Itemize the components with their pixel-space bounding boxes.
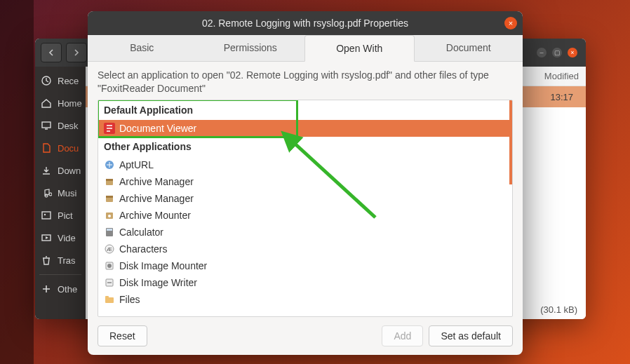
clock-icon <box>41 75 52 86</box>
forward-button[interactable] <box>66 43 87 62</box>
app-item-document-viewer[interactable]: Document Viewer <box>98 120 512 137</box>
dialog-button-bar: Reset Add Set as default <box>88 317 523 355</box>
sidebar-item-label: Down <box>58 166 81 176</box>
sidebar-item-documents[interactable]: Docu <box>35 137 86 159</box>
svg-text:Æ: Æ <box>107 246 112 252</box>
app-item-label: Calculator <box>119 227 163 238</box>
file-modified-time: 13:17 <box>550 92 573 102</box>
svg-point-3 <box>44 214 46 215</box>
doc-icon <box>41 142 52 154</box>
app-icon <box>104 277 115 288</box>
app-list[interactable]: Default Application Document Viewer Othe… <box>98 100 513 317</box>
sidebar-item-label: Tras <box>58 255 76 266</box>
tab-bar: BasicPermissionsOpen WithDocument <box>88 35 523 62</box>
svg-rect-2 <box>42 212 51 219</box>
minimize-button[interactable]: – <box>537 48 547 58</box>
trash-icon <box>41 255 52 266</box>
reset-button[interactable]: Reset <box>98 325 147 346</box>
pic-icon <box>41 210 52 221</box>
svg-point-18 <box>107 264 112 268</box>
app-item-label: Files <box>119 294 140 305</box>
plus-icon <box>41 283 52 295</box>
app-icon <box>104 159 115 170</box>
app-item-label: Disk Image Mounter <box>119 260 207 271</box>
app-icon <box>104 193 115 204</box>
sidebar-item-desktop[interactable]: Desk <box>35 114 86 137</box>
launcher-dock <box>0 0 34 364</box>
status-bar: (30.1 kB) <box>532 300 586 319</box>
tab-open-with[interactable]: Open With <box>304 35 415 62</box>
sidebar-item-music[interactable]: Musi <box>35 182 86 204</box>
app-item-archive-manager[interactable]: Archive Manager <box>98 190 512 207</box>
window-controls: – ▢ × <box>537 48 577 58</box>
app-item-characters[interactable]: ÆCharacters <box>98 241 512 257</box>
close-button[interactable]: × <box>504 17 517 29</box>
sidebar-item-label: Pict <box>58 210 73 221</box>
scrollbar[interactable] <box>509 100 512 184</box>
sidebar-item-trash[interactable]: Tras <box>35 249 86 271</box>
app-icon: Æ <box>104 243 115 255</box>
app-icon <box>104 227 115 238</box>
close-button[interactable]: × <box>568 48 577 58</box>
app-icon <box>104 176 115 187</box>
svg-rect-20 <box>105 297 114 303</box>
app-item-label: Characters <box>119 243 167 255</box>
tab-permissions[interactable]: Permissions <box>196 35 305 61</box>
column-modified[interactable]: Modified <box>537 71 586 81</box>
svg-rect-8 <box>106 179 113 181</box>
sidebar-item-label: Desk <box>58 121 79 131</box>
default-app-heading: Default Application <box>98 100 512 120</box>
app-item-files[interactable]: Files <box>98 291 512 308</box>
app-item-apturl[interactable]: AptURL <box>98 156 512 173</box>
home-icon <box>41 97 52 109</box>
tab-basic[interactable]: Basic <box>88 35 196 61</box>
app-item-label: Document Viewer <box>119 123 196 134</box>
app-item-label: Archive Manager <box>119 193 194 204</box>
app-item-label: Disk Image Writer <box>119 277 197 288</box>
files-sidebar: ReceHomeDeskDocuDownMusiPictVideTrasOthe <box>35 67 86 319</box>
app-item-disk-image-mounter[interactable]: Disk Image Mounter <box>98 257 512 274</box>
dialog-title: 02. Remote Logging with rsyslog.pdf Prop… <box>202 18 408 29</box>
video-icon <box>41 232 52 243</box>
app-item-label: Archive Manager <box>119 176 194 187</box>
dialog-titlebar: 02. Remote Logging with rsyslog.pdf Prop… <box>88 11 523 35</box>
sidebar-item-videos[interactable]: Vide <box>35 227 86 249</box>
app-item-label: AptURL <box>119 159 154 170</box>
sidebar-item-pictures[interactable]: Pict <box>35 204 86 227</box>
properties-dialog: 02. Remote Logging with rsyslog.pdf Prop… <box>88 11 523 355</box>
svg-rect-10 <box>106 196 113 198</box>
app-item-archive-mounter[interactable]: Archive Mounter <box>98 207 512 224</box>
app-item-disk-image-writer[interactable]: Disk Image Writer <box>98 274 512 291</box>
dialog-description: Select an application to open "02. Remot… <box>88 62 523 100</box>
sidebar-item-label: Docu <box>58 143 79 154</box>
add-button[interactable]: Add <box>382 325 423 346</box>
sidebar-item-label: Home <box>58 98 82 109</box>
document-viewer-icon <box>104 123 115 134</box>
maximize-button[interactable]: ▢ <box>552 48 562 58</box>
app-item-calculator[interactable]: Calculator <box>98 224 512 241</box>
svg-rect-1 <box>42 122 51 128</box>
sidebar-item-recent[interactable]: Rece <box>35 69 86 92</box>
svg-rect-14 <box>107 229 112 231</box>
sidebar-item-label: Vide <box>58 233 76 243</box>
svg-point-12 <box>108 215 111 217</box>
set-default-button[interactable]: Set as default <box>429 325 513 346</box>
sidebar-item-label: Musi <box>58 188 76 198</box>
desktop-icon <box>41 120 52 131</box>
app-icon <box>104 260 115 271</box>
down-icon <box>41 165 52 176</box>
sidebar-item-downloads[interactable]: Down <box>35 159 86 182</box>
sidebar-item-label: Rece <box>58 76 79 86</box>
app-item-archive-manager[interactable]: Archive Manager <box>98 173 512 190</box>
sidebar-item-label: Othe <box>58 284 77 295</box>
sidebar-item-home[interactable]: Home <box>35 92 86 114</box>
sidebar-item-other-locations[interactable]: Othe <box>35 278 86 300</box>
app-item-label: Archive Mounter <box>119 210 191 221</box>
back-button[interactable] <box>41 43 62 62</box>
music-icon <box>41 187 52 198</box>
app-icon <box>104 210 115 221</box>
other-apps-heading: Other Applications <box>98 137 512 156</box>
tab-document[interactable]: Document <box>415 35 523 61</box>
svg-rect-21 <box>105 296 109 298</box>
app-icon <box>104 294 115 305</box>
